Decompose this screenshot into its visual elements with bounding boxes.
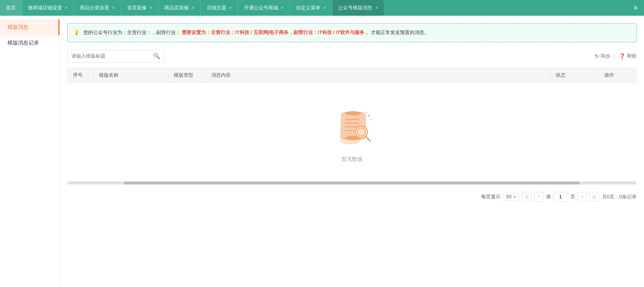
empty-row: 暂无数据 xyxy=(68,82,637,178)
content-area: 💡 您的公众号行业为：主营行业：，副营行业： 需要设置为：主营行业：IT科技 /… xyxy=(60,16,644,287)
col-name: 模版名称 xyxy=(94,68,169,82)
page-size-value: 50 xyxy=(506,194,511,199)
empty-illustration xyxy=(330,105,375,150)
help-icon: ❓ xyxy=(619,53,625,59)
tab-wechat-shop-close[interactable]: × xyxy=(65,5,68,10)
table-header-row: 序号 模版名称 模版类型 消息内容 状态 操作 xyxy=(68,68,637,82)
tab-open-mall-label: 开通公众号商城 xyxy=(244,4,278,11)
page-controls: ⟨⟨ ＜ 第 页 ＞ ⟩⟩ xyxy=(522,192,599,202)
notice-icon: 💡 xyxy=(74,30,80,35)
scroll-bar-area[interactable] xyxy=(67,181,637,184)
sidebar: 模版消息 模版消息记录 xyxy=(0,16,60,287)
svg-point-10 xyxy=(368,115,370,117)
notice-suffix: 才能正常发送预置的消息。 xyxy=(371,30,429,35)
search-icon[interactable]: 🔍 xyxy=(153,53,160,59)
tab-shop-theme-close[interactable]: × xyxy=(229,5,232,10)
tab-wechat-shop-label: 微商城店铺设置 xyxy=(28,4,62,11)
page-size-dropdown[interactable]: 50 ∨ xyxy=(503,193,519,201)
tab-open-mall-close[interactable]: × xyxy=(281,5,284,10)
tab-shop-theme[interactable]: 店铺主题 × xyxy=(201,0,238,16)
search-input-wrap[interactable]: 🔍 xyxy=(67,50,164,62)
data-table: 序号 模版名称 模版类型 消息内容 状态 操作 xyxy=(67,68,637,178)
pagination: 每页显示 50 ∨ ⟨⟨ ＜ 第 页 ＞ ⟩⟩ 共0页，0条记录 xyxy=(67,188,637,205)
tab-product-category-close[interactable]: × xyxy=(112,5,115,10)
first-page-button[interactable]: ⟨⟨ xyxy=(522,192,532,202)
tab-bar-close-all[interactable]: ✕ xyxy=(627,4,644,12)
col-index: 序号 xyxy=(68,68,94,82)
prev-page-button[interactable]: ＜ xyxy=(534,192,544,202)
sync-button[interactable]: ↻ 同步 xyxy=(595,53,610,59)
search-input[interactable] xyxy=(71,53,153,59)
col-action: 操作 xyxy=(599,68,637,82)
help-label: 帮助 xyxy=(627,53,637,59)
next-page-button[interactable]: ＞ xyxy=(577,192,587,202)
tab-custom-menu[interactable]: 自定义菜单 × xyxy=(290,0,332,16)
svg-line-9 xyxy=(366,136,370,141)
notice-prefix: 您的公众号行业为：主营行业：，副营行业： xyxy=(83,30,181,35)
page-size-label: 每页显示 xyxy=(481,193,500,200)
svg-point-1 xyxy=(345,111,361,116)
svg-point-8 xyxy=(357,128,366,136)
sidebar-item-template-record[interactable]: 模版消息记录 xyxy=(0,35,59,51)
tab-template-msg-label: 公众号模版消息 xyxy=(338,4,372,11)
tab-product-decor[interactable]: 商品页装修 × xyxy=(158,0,201,16)
col-content: 消息内容 xyxy=(206,68,551,82)
tab-custom-menu-close[interactable]: × xyxy=(323,5,326,10)
page-size-select: 每页显示 50 ∨ xyxy=(481,193,519,201)
empty-state: 暂无数据 xyxy=(68,83,637,178)
tab-product-category-label: 商品分类设置 xyxy=(80,4,109,11)
table-header: 序号 模版名称 模版类型 消息内容 状态 操作 xyxy=(68,68,637,82)
tab-bar: 首页 微商城店铺设置 × 商品分类设置 × 首页装修 × 商品页装修 × 店铺主… xyxy=(0,0,644,16)
sidebar-item-template-message[interactable]: 模版消息 xyxy=(0,19,59,35)
page-label-prefix: 第 xyxy=(546,193,551,200)
tab-home[interactable]: 首页 xyxy=(0,0,22,16)
tab-template-msg-close[interactable]: × xyxy=(375,5,378,10)
tab-template-msg[interactable]: 公众号模版消息 × xyxy=(332,0,384,16)
tab-open-mall[interactable]: 开通公众号商城 × xyxy=(238,0,290,16)
page-summary: 共0页，0条记录 xyxy=(602,193,637,200)
empty-icon-wrap xyxy=(330,105,375,150)
tab-homepage-decor-close[interactable]: × xyxy=(150,5,152,10)
col-status: 状态 xyxy=(551,68,599,82)
tab-product-decor-close[interactable]: × xyxy=(192,5,194,10)
sync-icon: ↻ xyxy=(595,53,599,59)
chevron-down-icon: ∨ xyxy=(513,195,516,199)
action-divider: | xyxy=(614,53,615,59)
page-label-suffix: 页 xyxy=(570,193,575,200)
sync-label: 同步 xyxy=(601,53,610,59)
tab-product-decor-label: 商品页装修 xyxy=(164,4,189,11)
tab-wechat-shop[interactable]: 微商城店铺设置 × xyxy=(22,0,74,16)
page-number-input[interactable] xyxy=(553,192,568,202)
notice-box: 💡 您的公众号行业为：主营行业：，副营行业： 需要设置为：主营行业：IT科技 /… xyxy=(67,23,637,42)
search-bar: 🔍 ↻ 同步 | ❓ 帮助 xyxy=(67,50,637,62)
tab-homepage-decor[interactable]: 首页装修 × xyxy=(121,0,158,16)
scroll-thumb[interactable] xyxy=(124,181,579,184)
tab-shop-theme-label: 店铺主题 xyxy=(207,4,226,11)
search-actions: ↻ 同步 | ❓ 帮助 xyxy=(595,53,637,59)
tab-product-category[interactable]: 商品分类设置 × xyxy=(74,0,121,16)
empty-text: 暂无数据 xyxy=(342,156,363,163)
last-page-button[interactable]: ⟩⟩ xyxy=(589,192,599,202)
notice-highlight: 需要设置为：主营行业：IT科技 / 互联网|电子商务，副营行业：IT科技 / I… xyxy=(182,30,369,35)
table-body: 暂无数据 xyxy=(68,82,637,178)
tab-home-label: 首页 xyxy=(6,4,16,11)
col-type: 模版类型 xyxy=(169,68,206,82)
main-layout: 模版消息 模版消息记录 💡 您的公众号行业为：主营行业：，副营行业： 需要设置为… xyxy=(0,16,644,287)
tab-custom-menu-label: 自定义菜单 xyxy=(296,4,320,11)
sidebar-item-template-record-label: 模版消息记录 xyxy=(7,40,39,46)
sidebar-item-template-message-label: 模版消息 xyxy=(7,24,28,30)
help-button[interactable]: ❓ 帮助 xyxy=(619,53,637,59)
svg-point-11 xyxy=(371,119,372,120)
svg-point-12 xyxy=(366,112,367,113)
tab-homepage-decor-label: 首页装修 xyxy=(127,4,147,11)
